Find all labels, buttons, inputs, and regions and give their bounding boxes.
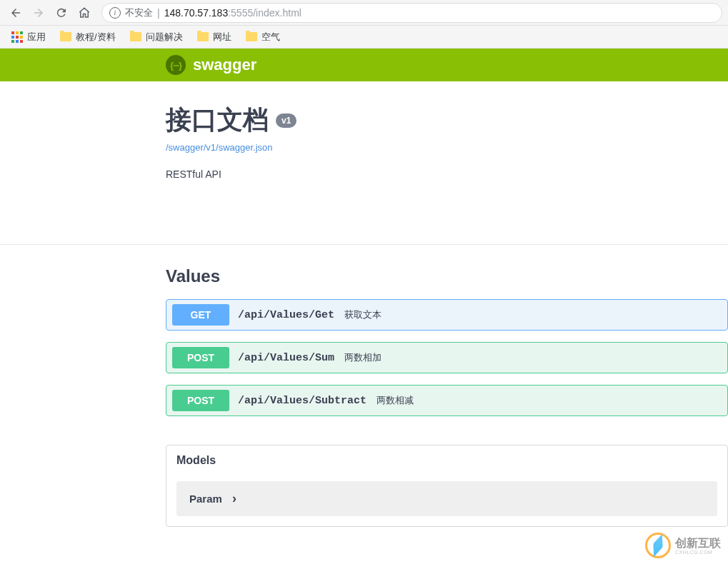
swagger-logo[interactable]: {···} swagger xyxy=(166,55,256,75)
home-icon xyxy=(78,6,91,19)
api-title: 接口文档 v1 xyxy=(166,103,728,138)
api-description: RESTful API xyxy=(166,168,728,180)
swagger-ui: 接口文档 v1 /swagger/v1/swagger.json RESTful… xyxy=(0,81,728,527)
chevron-right-icon: › xyxy=(232,491,236,506)
method-badge: POST xyxy=(172,347,229,368)
apps-grid-icon xyxy=(11,31,23,43)
home-button[interactable] xyxy=(74,3,94,23)
address-bar[interactable]: i 不安全 | 148.70.57.183:5555/index.html xyxy=(101,3,722,23)
section-divider xyxy=(0,244,728,245)
spec-url-link[interactable]: /swagger/v1/swagger.json xyxy=(166,142,728,153)
folder-icon xyxy=(130,32,141,41)
swagger-logo-icon: {···} xyxy=(166,55,186,75)
url-port: :5555 xyxy=(228,7,253,19)
operation-post[interactable]: POST /api/Values/Subtract 两数相减 xyxy=(166,385,728,416)
operation-get[interactable]: GET /api/Values/Get 获取文本 xyxy=(166,299,728,331)
tag-title[interactable]: Values xyxy=(166,266,728,286)
method-badge: POST xyxy=(172,390,229,411)
operation-path: /api/Values/Subtract xyxy=(238,395,367,407)
model-item[interactable]: Param › xyxy=(176,481,717,516)
models-header[interactable]: Models xyxy=(166,445,727,475)
operation-summary: 两数相加 xyxy=(344,351,382,364)
models-section: Models Param › xyxy=(166,445,728,527)
bookmark-item[interactable]: 网址 xyxy=(191,28,237,46)
operation-summary: 两数相减 xyxy=(377,394,414,407)
bookmarks-bar: 应用 教程/资料 问题解决 网址 空气 xyxy=(0,26,728,49)
operation-path: /api/Values/Sum xyxy=(238,352,334,364)
tag-section: Values GET /api/Values/Get 获取文本 POST /ap… xyxy=(166,266,728,527)
folder-icon xyxy=(246,32,257,41)
operation-summary: 获取文本 xyxy=(344,308,382,321)
apps-label: 应用 xyxy=(27,31,46,44)
bookmark-item[interactable]: 问题解决 xyxy=(124,28,189,46)
info-icon: i xyxy=(109,7,121,19)
swagger-topbar: {···} swagger xyxy=(0,49,728,81)
forward-button[interactable] xyxy=(29,3,49,23)
folder-icon xyxy=(60,32,71,41)
separator: | xyxy=(157,7,160,19)
model-name: Param xyxy=(189,493,222,505)
bookmark-item[interactable]: 空气 xyxy=(240,28,286,46)
operation-post[interactable]: POST /api/Values/Sum 两数相加 xyxy=(166,342,728,373)
folder-icon xyxy=(197,32,209,41)
browser-toolbar: i 不安全 | 148.70.57.183:5555/index.html xyxy=(0,0,728,26)
reload-icon xyxy=(55,6,68,19)
operation-path: /api/Values/Get xyxy=(238,309,334,321)
arrow-right-icon xyxy=(32,6,45,19)
method-badge: GET xyxy=(172,304,229,326)
url-path: /index.html xyxy=(253,7,301,19)
security-label: 不安全 xyxy=(125,6,153,19)
bookmark-item[interactable]: 教程/资料 xyxy=(54,28,121,46)
swagger-logo-text: swagger xyxy=(193,56,256,74)
reload-button[interactable] xyxy=(51,3,71,23)
url-host: 148.70.57.183 xyxy=(164,7,229,19)
version-badge: v1 xyxy=(276,114,296,128)
arrow-left-icon xyxy=(9,6,22,19)
apps-button[interactable]: 应用 xyxy=(6,28,51,46)
api-info: 接口文档 v1 /swagger/v1/swagger.json RESTful… xyxy=(166,81,728,194)
back-button[interactable] xyxy=(6,3,26,23)
